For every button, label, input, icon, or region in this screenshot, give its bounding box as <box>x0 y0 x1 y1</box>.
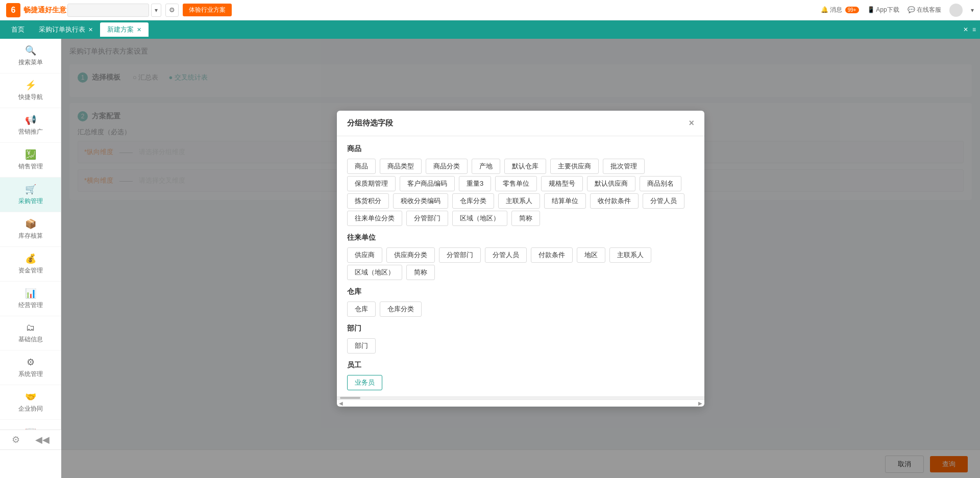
sidebar-item-collab[interactable]: 🤝 企业协同 <box>0 385 61 420</box>
field-tag[interactable]: 部门 <box>347 338 376 354</box>
field-tag[interactable]: 供应商 <box>347 247 382 263</box>
modal-hscrollbar[interactable] <box>337 396 704 400</box>
sidebar-item-system[interactable]: ⚙ 系统管理 <box>0 350 61 385</box>
tab-close-purchase[interactable]: ✕ <box>88 22 93 37</box>
group-title-staff: 员工 <box>347 361 694 370</box>
msg-icon: 🔔 <box>821 6 828 13</box>
field-tag[interactable]: 收付款条件 <box>590 193 639 209</box>
scroll-left-arrow[interactable]: ◀ <box>339 400 343 406</box>
tab-new-plan[interactable]: 新建方案 ✕ <box>100 22 149 37</box>
field-tag[interactable]: 默认仓库 <box>504 159 546 174</box>
tab-close-new-plan[interactable]: ✕ <box>137 22 141 37</box>
group-title-warehouse: 仓库 <box>347 287 694 296</box>
sidebar-item-inventory[interactable]: 📦 库存核算 <box>0 212 61 247</box>
field-tag[interactable]: 保质期管理 <box>347 176 396 191</box>
purchase-icon: 🛒 <box>25 184 36 195</box>
field-tag[interactable]: 零售单位 <box>495 176 537 191</box>
field-tag[interactable]: 地区 <box>577 247 605 263</box>
collapse-bottom-icon[interactable]: ◀◀ <box>35 434 50 445</box>
sidebar-item-sales[interactable]: 💹 销售管理 <box>0 143 61 178</box>
field-tag[interactable]: 主联系人 <box>609 247 651 263</box>
field-tag[interactable]: 付款条件 <box>531 247 573 263</box>
hscroll-thumb <box>340 397 360 399</box>
sales-icon: 💹 <box>25 149 36 160</box>
field-tag[interactable]: 区域（地区） <box>452 211 507 226</box>
group-title-partner: 往来单位 <box>347 233 694 242</box>
header-search: ▾ <box>67 4 161 17</box>
field-tag[interactable]: 商品类型 <box>380 159 422 174</box>
field-tag[interactable]: 供应商分类 <box>386 247 435 263</box>
field-tags-partner: 供应商 供应商分类 分管部门 分管人员 付款条件 地区 主联系人 <box>347 247 694 263</box>
field-tags-staff: 业务员 <box>347 375 694 390</box>
field-tag[interactable]: 税收分类编码 <box>393 193 448 209</box>
field-tag[interactable]: 分管部门 <box>439 247 481 263</box>
field-tags-dept: 部门 <box>347 338 694 354</box>
sidebar-item-finance[interactable]: 💰 资金管理 <box>0 247 61 282</box>
field-tag[interactable]: 规格型号 <box>541 176 583 191</box>
field-tag[interactable]: 结算单位 <box>544 193 586 209</box>
nav-app[interactable]: 📱 App下载 <box>867 6 899 14</box>
field-tag[interactable]: 简称 <box>511 211 540 226</box>
gear-button[interactable]: ⚙ <box>165 4 179 17</box>
field-tag[interactable]: 客户商品编码 <box>400 176 455 191</box>
field-tag[interactable]: 批次管理 <box>603 159 645 174</box>
modal-body[interactable]: 商品 商品 商品类型 商品分类 产地 默认仓库 主要供应商 批次管理 保质期管理… <box>337 136 704 396</box>
field-tag[interactable]: 分管人员 <box>643 193 684 209</box>
modal-close-button[interactable]: × <box>689 118 694 129</box>
field-tag[interactable]: 产地 <box>472 159 500 174</box>
field-tag[interactable]: 商品分类 <box>426 159 468 174</box>
experience-button[interactable]: 体验行业方案 <box>183 4 232 16</box>
modal-title: 分组待选字段 <box>347 118 393 128</box>
nav-msg[interactable]: 🔔 消息 99+ <box>821 6 859 14</box>
user-arrow[interactable]: ▾ <box>971 7 974 14</box>
search-input[interactable] <box>67 4 149 17</box>
sidebar-item-marketing[interactable]: 📢 营销推广 <box>0 108 61 143</box>
field-tag[interactable]: 商品 <box>347 159 376 174</box>
modal-overlay: 分组待选字段 × 商品 商品 商品类型 商品分类 产地 默认仓库 主要供应商 批… <box>61 39 980 478</box>
sidebar-bottom: ⚙ ◀◀ <box>0 430 61 449</box>
scroll-right-arrow[interactable]: ▶ <box>698 400 702 406</box>
tab-home[interactable]: 首页 <box>4 22 32 37</box>
group-title-product: 商品 <box>347 144 694 154</box>
field-tags-product: 商品 商品类型 商品分类 产地 默认仓库 主要供应商 批次管理 <box>347 159 694 174</box>
tab-menu[interactable]: ≡ <box>972 26 976 33</box>
main-content: 采购订单执行表方案设置 1 选择模板 ○ 汇总表 ● 交叉统计表 2 方案配置 … <box>61 39 980 478</box>
sidebar-item-purchase[interactable]: 🛒 采购管理 <box>0 178 61 212</box>
field-tag[interactable]: 默认供应商 <box>587 176 635 191</box>
field-tags-product-3: 拣货积分 税收分类编码 仓库分类 主联系人 结算单位 收付款条件 分管人员 <box>347 193 694 209</box>
modal-scrollbar-nav: ◀ ▶ <box>337 399 704 406</box>
field-tag[interactable]: 往来单位分类 <box>347 211 402 226</box>
sidebar-item-search[interactable]: 🔍 搜索菜单 <box>0 39 61 73</box>
field-tag[interactable]: 区域（地区） <box>347 265 402 280</box>
field-tag[interactable]: 分管部门 <box>406 211 448 226</box>
field-tag[interactable]: 商品别名 <box>640 176 681 191</box>
tab-purchase-list[interactable]: 采购订单执行表 ✕ <box>32 22 100 37</box>
field-tag[interactable]: 重量3 <box>459 176 491 191</box>
field-tags-product-4: 往来单位分类 分管部门 区域（地区） 简称 <box>347 211 694 226</box>
sidebar-item-quicknav[interactable]: ⚡ 快捷导航 <box>0 73 61 108</box>
tab-bar: 首页 采购订单执行表 ✕ 新建方案 ✕ ✕ ≡ <box>0 20 980 39</box>
app-icon: 📱 <box>867 6 875 13</box>
header-center: ▾ ⚙ 体验行业方案 <box>67 4 821 17</box>
tab-bar-right: ✕ ≡ <box>963 26 976 33</box>
field-tag[interactable]: 仓库 <box>347 301 376 317</box>
field-tag[interactable]: 仓库分类 <box>380 301 422 317</box>
dropdown-select[interactable]: ▾ <box>151 4 161 17</box>
field-tag[interactable]: 分管人员 <box>485 247 527 263</box>
modal: 分组待选字段 × 商品 商品 商品类型 商品分类 产地 默认仓库 主要供应商 批… <box>337 111 704 407</box>
sidebar-item-management[interactable]: 📊 经营管理 <box>0 282 61 316</box>
field-tag[interactable]: 业务员 <box>347 375 382 390</box>
settings-bottom-icon[interactable]: ⚙ <box>12 434 20 445</box>
tab-close-all[interactable]: ✕ <box>963 26 968 33</box>
management-icon: 📊 <box>25 288 36 299</box>
nav-service[interactable]: 💬 在线客服 <box>908 6 941 14</box>
field-tag[interactable]: 主联系人 <box>498 193 540 209</box>
avatar[interactable] <box>949 4 963 17</box>
sidebar-item-basics[interactable]: 🗂 基础信息 <box>0 316 61 350</box>
field-tag[interactable]: 仓库分类 <box>452 193 494 209</box>
field-tag[interactable]: 简称 <box>406 265 435 280</box>
field-tag[interactable]: 主要供应商 <box>550 159 599 174</box>
collab-icon: 🤝 <box>25 391 36 402</box>
field-tag[interactable]: 拣货积分 <box>347 193 389 209</box>
field-tags-warehouse: 仓库 仓库分类 <box>347 301 694 317</box>
